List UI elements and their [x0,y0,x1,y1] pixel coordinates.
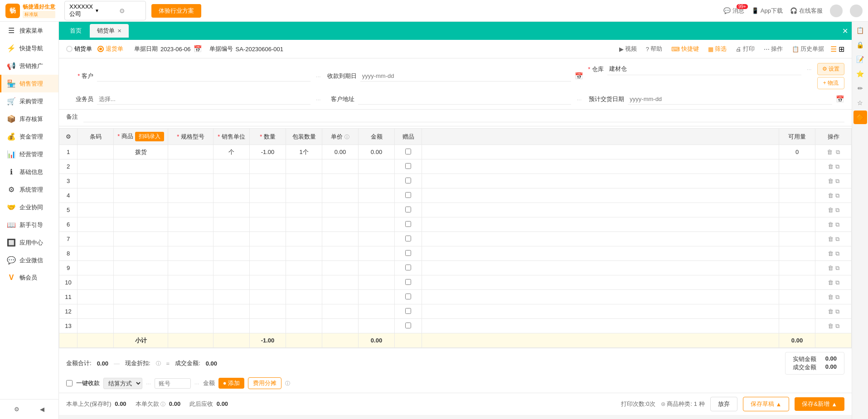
sidebar-item-vip[interactable]: V 畅会员 [0,269,58,286]
delete-icon-11[interactable]: 🗑 [828,294,834,300]
sidebar-item-sales[interactable]: 🏪 销售管理 [0,75,58,92]
right-panel-btn-4[interactable]: ⭐ [853,67,867,81]
gift-checkbox-3[interactable] [405,178,411,183]
tab-bar-close[interactable]: ✕ [842,27,848,35]
gift-checkbox-13[interactable] [405,323,411,328]
delivery-date-calendar-icon[interactable]: 📅 [836,95,844,103]
online-service-button[interactable]: 🎧 在线客服 [790,7,823,15]
payment-due-input[interactable] [360,71,572,82]
gift-checkbox-5[interactable] [405,207,411,212]
settings-icon[interactable]: ⚙ [119,7,141,14]
date-calendar-icon[interactable]: 📅 [194,45,202,53]
delete-icon-7[interactable]: 🗑 [828,236,834,242]
customer-input[interactable] [97,71,310,82]
warehouse-picker-icon[interactable]: ··· [805,66,814,72]
gift-checkbox-1[interactable] [405,149,411,154]
sidebar-item-inventory[interactable]: 📦 库存核算 [0,110,58,128]
copy-icon-2[interactable]: ⧉ [835,163,839,170]
fees-button[interactable]: 费用分摊 [248,377,281,389]
copy-icon-3[interactable]: ⧉ [835,178,839,184]
delete-icon-10[interactable]: 🗑 [828,279,834,286]
account-input[interactable] [155,378,191,389]
sidebar-item-purchase[interactable]: 🛒 采购管理 [0,92,58,110]
delete-icon-9[interactable]: 🗑 [828,265,834,271]
product-types-icon[interactable]: ⊙ [661,400,665,407]
right-panel-btn-2[interactable]: 🔒 [853,38,867,52]
gift-checkbox-4[interactable] [405,192,411,198]
delete-icon-5[interactable]: 🗑 [828,207,834,213]
tab-close-icon[interactable]: ✕ [117,28,121,34]
list-view-btn[interactable]: ☰ [830,45,837,53]
radio-sales[interactable]: 销货单 [66,45,92,53]
calc-method-select[interactable]: 结算方式 [103,378,142,389]
add-payment-button[interactable]: ● 添加 [218,378,244,389]
sidebar-item-wechat[interactable]: 💬 企业微信 [0,251,58,269]
delete-icon-6[interactable]: 🗑 [828,221,834,228]
toolbar-help-btn[interactable]: ? 帮助 [643,43,665,54]
calc-method-picker[interactable]: ··· [146,380,151,387]
copy-icon-8[interactable]: ⧉ [835,250,839,257]
tab-sales-order[interactable]: 销货单 ✕ [90,24,129,38]
copy-icon-6[interactable]: ⧉ [835,221,839,228]
customer-addr-picker-icon[interactable]: ··· [575,96,583,103]
toolbar-video-btn[interactable]: ▶ 视频 [616,43,640,54]
message-button[interactable]: 💬 消息 99+ [723,7,744,15]
account-dots[interactable]: ··· [194,380,199,387]
copy-icon-4[interactable]: ⧉ [835,192,839,199]
delete-icon-2[interactable]: 🗑 [828,163,834,170]
salesman-picker-icon[interactable]: ··· [314,96,323,103]
copy-icon-11[interactable]: ⧉ [835,294,839,300]
gift-checkbox-9[interactable] [405,265,411,270]
gift-checkbox-11[interactable] [405,294,411,299]
logistics-button[interactable]: + 物流 [817,77,844,89]
right-panel-btn-1[interactable]: 📋 [853,24,867,37]
right-panel-btn-3[interactable]: 📝 [853,53,867,66]
delete-icon-8[interactable]: 🗑 [828,250,834,257]
scan-button[interactable]: 扫码录入 [135,132,164,141]
app-download-button[interactable]: 📱 App下载 [752,7,783,15]
customer-picker-icon[interactable]: ··· [314,73,323,80]
grid-view-btn[interactable]: ⊞ [839,45,844,53]
toolbar-shortcut-btn[interactable]: ⌨ 快捷键 [669,43,702,54]
sidebar-item-marketing[interactable]: 📢 营销推广 [0,57,58,75]
copy-icon-13[interactable]: ⧉ [835,323,839,329]
copy-icon-9[interactable]: ⧉ [835,265,839,271]
delivery-date-input[interactable] [628,94,832,105]
avatar2[interactable] [850,5,863,17]
sidebar-item-guide[interactable]: 📖 新手引导 [0,216,58,234]
copy-icon-5[interactable]: ⧉ [835,207,839,213]
setting-button[interactable]: ⚙ 设置 [817,63,844,75]
gift-checkbox-2[interactable] [405,163,411,169]
sidebar-item-quick[interactable]: ⚡ 快捷导航 [0,39,58,57]
radio-return[interactable]: 退货单 [97,45,123,53]
th-settings[interactable]: ⚙ [59,129,78,145]
sidebar-item-operations[interactable]: 📊 经营管理 [0,145,58,163]
right-panel-btn-6[interactable]: ☆ [853,96,867,110]
delete-icon-13[interactable]: 🗑 [828,323,834,329]
gift-checkbox-6[interactable] [405,221,411,227]
experience-button[interactable]: 体验行业方案 [151,4,201,18]
tab-home[interactable]: 首页 [63,24,89,38]
delete-icon-4[interactable]: 🗑 [828,192,834,199]
gift-checkbox-10[interactable] [405,279,411,285]
save-new-button[interactable]: 保存&新增 ▲ [795,397,844,411]
sidebar-item-enterprise[interactable]: 🤝 企业协同 [0,198,58,216]
sidebar-item-system[interactable]: ⚙ 系统管理 [0,181,58,198]
gift-checkbox-8[interactable] [405,250,411,256]
sidebar-item-apps[interactable]: 🔲 应用中心 [0,234,58,251]
delete-icon-12[interactable]: 🗑 [828,308,834,315]
one-click-payment-checkbox[interactable] [66,380,73,386]
copy-icon-10[interactable]: ⧉ [835,279,839,286]
abandon-button[interactable]: 放弃 [710,397,737,411]
toolbar-filter-btn[interactable]: ▦ 筛选 [705,43,729,54]
toolbar-history-btn[interactable]: 📋 历史单据 [789,43,827,54]
save-draft-button[interactable]: 保存草稿 ▲ [743,397,790,411]
notes-input[interactable] [83,111,844,122]
sidebar-item-search[interactable]: ☰ 搜索菜单 [0,22,58,39]
delete-icon-1[interactable]: 🗑 [827,149,833,155]
copy-icon-7[interactable]: ⧉ [835,236,839,242]
sidebar-item-basic[interactable]: ℹ 基础信息 [0,163,58,181]
gift-checkbox-7[interactable] [405,236,411,241]
sidebar-settings-btn[interactable]: ⚙ [11,403,22,415]
gift-checkbox-12[interactable] [405,308,411,314]
